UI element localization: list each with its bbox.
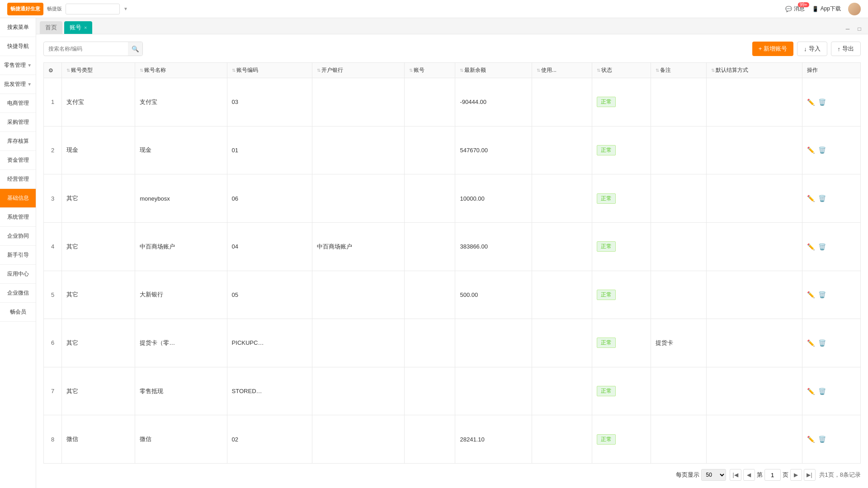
col-settlement-header[interactable]: ⇅默认结算方式: [706, 63, 802, 78]
sidebar-item-enterprise-agreement[interactable]: 企业协同: [0, 227, 36, 246]
sidebar-item-ecommerce-mgmt[interactable]: 电商管理: [0, 94, 36, 113]
sidebar-item-retail-mgmt[interactable]: 零售管理 ▼: [0, 56, 36, 75]
edit-icon[interactable]: ✏️: [807, 99, 815, 106]
col-balance-header[interactable]: ⇅最新余额: [455, 63, 532, 78]
content-area: 首页 账号 × ─ □ 🔍 + 新增账号: [36, 18, 868, 488]
export-label: 导出: [842, 45, 854, 53]
add-account-button[interactable]: + 新增账号: [752, 42, 793, 56]
header-search-input[interactable]: [66, 4, 120, 14]
page-last-button[interactable]: ▶|: [804, 469, 816, 481]
col-usage-header[interactable]: ⇅使用...: [532, 63, 592, 78]
sidebar-item-purchase-mgmt[interactable]: 采购管理: [0, 113, 36, 132]
col-name-header[interactable]: ⇅账号名称: [135, 63, 227, 78]
tab-minimize-button[interactable]: ─: [843, 24, 853, 34]
tab-home[interactable]: 首页: [40, 21, 62, 34]
export-button[interactable]: ↑ 导出: [831, 42, 861, 56]
sidebar-item-ops-mgmt[interactable]: 经营管理: [0, 170, 36, 189]
status-badge: 正常: [597, 434, 616, 445]
tab-home-label: 首页: [45, 23, 57, 32]
sidebar-item-basic-info[interactable]: 基础信息: [0, 189, 36, 208]
col-settings[interactable]: ⚙: [44, 63, 62, 78]
import-button[interactable]: ↓ 导入: [797, 42, 827, 56]
sidebar-item-capital-mgmt[interactable]: 资金管理: [0, 151, 36, 170]
table-row: 4其它中百商场账户04中百商场账户383866.00正常 ✏️ 🗑️: [44, 222, 861, 271]
sidebar-item-enterprise-wechat[interactable]: 企业微信: [0, 284, 36, 303]
col-type-header[interactable]: ⇅账号类型: [62, 63, 135, 78]
row-actions: ✏️ 🗑️: [807, 436, 856, 443]
sidebar-item-new-guide[interactable]: 新手引导: [0, 246, 36, 265]
row-actions: ✏️ 🗑️: [807, 291, 856, 298]
status-badge: 正常: [597, 97, 616, 107]
status-badge: 正常: [597, 290, 616, 300]
app-icon: 📱: [812, 6, 819, 12]
page-size-select: 每页显示 50 20 100: [676, 469, 726, 481]
col-remark-header[interactable]: ⇅备注: [651, 63, 706, 78]
logo-area: 畅捷通好生意 畅捷版 ▼: [7, 3, 128, 15]
delete-icon[interactable]: 🗑️: [818, 195, 826, 202]
export-icon: ↑: [838, 46, 841, 52]
page-first-button[interactable]: |◀: [730, 469, 741, 481]
search-input[interactable]: [44, 43, 128, 55]
delete-icon[interactable]: 🗑️: [818, 436, 826, 443]
logo-sub: 畅捷版: [47, 5, 62, 12]
delete-icon[interactable]: 🗑️: [818, 339, 826, 347]
page-size-dropdown[interactable]: 50 20 100: [701, 469, 726, 481]
header-search-chevron-icon: ▼: [123, 6, 128, 11]
table-row: 5其它大新银行05500.00正常 ✏️ 🗑️: [44, 271, 861, 319]
edit-icon[interactable]: ✏️: [807, 195, 815, 202]
delete-icon[interactable]: 🗑️: [818, 291, 826, 298]
app-download-button[interactable]: 📱 App下载: [812, 5, 841, 13]
tab-account[interactable]: 账号 ×: [64, 21, 92, 34]
logo-text: 畅捷通好生意: [10, 5, 40, 12]
table-row: 7其它零售抵现STORED…正常 ✏️ 🗑️: [44, 367, 861, 415]
page-prev-button[interactable]: ◀: [743, 469, 755, 481]
table-row: 1支付宝支付宝03-90444.00正常 ✏️ 🗑️: [44, 78, 861, 127]
message-badge: 99+: [798, 2, 809, 7]
sidebar-item-search-menu[interactable]: 搜索菜单: [0, 18, 36, 37]
page-size-label: 每页显示: [676, 471, 699, 479]
table-header-row: ⚙ ⇅账号类型 ⇅账号名称 ⇅账号编码 ⇅开户银行 ⇅账号 ⇅最新余额 ⇅使用.…: [44, 63, 861, 78]
accounts-table: ⚙ ⇅账号类型 ⇅账号名称 ⇅账号编码 ⇅开户银行 ⇅账号 ⇅最新余额 ⇅使用.…: [43, 62, 861, 464]
delete-icon[interactable]: 🗑️: [818, 146, 826, 154]
sidebar-item-quick-nav[interactable]: 快捷导航: [0, 37, 36, 56]
edit-icon[interactable]: ✏️: [807, 388, 815, 395]
app-download-label: App下载: [821, 5, 841, 13]
sidebar-item-wholesale-mgmt[interactable]: 批发管理 ▼: [0, 75, 36, 94]
page-next-button[interactable]: ▶: [790, 469, 802, 481]
wholesale-chevron-icon: ▼: [27, 82, 32, 87]
col-bank-header[interactable]: ⇅开户银行: [312, 63, 404, 78]
page-toolbar: 🔍 + 新增账号 ↓ 导入 ↑ 导出: [43, 42, 861, 56]
action-buttons: + 新增账号 ↓ 导入 ↑ 导出: [752, 42, 861, 56]
status-badge: 正常: [597, 241, 616, 252]
col-account-header[interactable]: ⇅账号: [404, 63, 455, 78]
delete-icon[interactable]: 🗑️: [818, 243, 826, 250]
main-layout: 搜索菜单 快捷导航 零售管理 ▼ 批发管理 ▼ 电商管理 采购管理 库存核算 资…: [0, 18, 868, 488]
edit-icon[interactable]: ✏️: [807, 436, 815, 443]
tab-maximize-button[interactable]: □: [854, 24, 864, 34]
col-code-header[interactable]: ⇅账号编码: [227, 63, 312, 78]
sidebar-item-vip[interactable]: 畅会员: [0, 303, 36, 322]
header-search-area: ▼: [66, 4, 128, 14]
delete-icon[interactable]: 🗑️: [818, 388, 826, 395]
sidebar-item-app-center[interactable]: 应用中心: [0, 265, 36, 284]
avatar[interactable]: [848, 3, 861, 15]
total-info: 共1页，8条记录: [819, 471, 861, 479]
edit-icon[interactable]: ✏️: [807, 339, 815, 347]
delete-icon[interactable]: 🗑️: [818, 99, 826, 106]
row-actions: ✏️ 🗑️: [807, 99, 856, 106]
table-row: 3其它moneybosx0610000.00正常 ✏️ 🗑️: [44, 174, 861, 223]
edit-icon[interactable]: ✏️: [807, 291, 815, 298]
sidebar-item-inventory-calc[interactable]: 库存核算: [0, 132, 36, 151]
sidebar-item-sys-mgmt[interactable]: 系统管理: [0, 208, 36, 227]
messages-button[interactable]: 💬 消息 99+: [785, 5, 805, 13]
logo-box: 畅捷通好生意: [7, 3, 43, 15]
tab-account-close-icon[interactable]: ×: [84, 25, 87, 30]
page-input[interactable]: [764, 469, 781, 481]
row-actions: ✏️ 🗑️: [807, 388, 856, 395]
search-button[interactable]: 🔍: [128, 42, 142, 56]
search-box: 🔍: [43, 42, 143, 56]
col-status-header[interactable]: ⇅状态: [592, 63, 651, 78]
row-actions: ✏️ 🗑️: [807, 146, 856, 154]
edit-icon[interactable]: ✏️: [807, 243, 815, 250]
edit-icon[interactable]: ✏️: [807, 146, 815, 154]
